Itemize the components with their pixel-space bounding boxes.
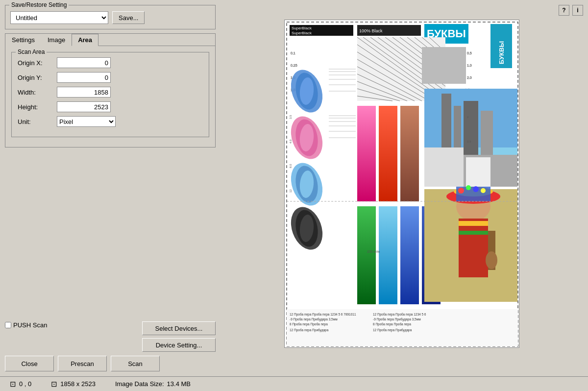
svg-rect-88 [466, 157, 490, 187]
height-row: Height: [18, 101, 203, 112]
svg-text:12 Проба пера Прибудара: 12 Проба пера Прибудара [290, 328, 329, 332]
svg-text:12: 12 [289, 189, 292, 193]
svg-text:4.0: 4.0 [289, 139, 292, 144]
svg-text:12 Проба пера Проба пера 1234 : 12 Проба пера Проба пера 1234 5 6 789101… [290, 313, 356, 317]
save-button[interactable]: Save... [112, 11, 145, 24]
left-panel: Save/Restore Setting Untitled Save... Se… [5, 5, 216, 371]
svg-rect-98 [459, 219, 488, 277]
origin-y-row: Origin Y: [18, 72, 203, 83]
device-setting-button[interactable]: Device Setting... [142, 338, 216, 352]
close-button[interactable]: Close [5, 356, 54, 371]
svg-text:3.5: 3.5 [467, 140, 471, 143]
svg-text:12 Проба пера Проба пера 1234 : 12 Проба пера Проба пера 1234 5 6 [373, 313, 426, 317]
coords-icon: ⊡ [10, 380, 16, 389]
svg-point-96 [473, 186, 479, 192]
svg-text:-9 Проба пера Прибудара 3,5мм: -9 Проба пера Прибудара 3,5мм [373, 318, 421, 321]
push-scan-checkbox-label[interactable]: PUSH Scan [5, 321, 47, 329]
tab-content-area: Scan Area Origin X: Origin Y: Width: [5, 46, 215, 147]
save-restore-group: Save/Restore Setting Untitled Save... [5, 5, 216, 29]
svg-text:0.25: 0.25 [291, 64, 297, 67]
origin-x-row: Origin X: [18, 57, 203, 68]
info-button[interactable]: i [572, 5, 583, 16]
scan-area-label: Scan Area [16, 49, 47, 55]
data-size-label: Image Data Size: [115, 380, 164, 388]
push-scan-checkbox[interactable] [5, 322, 11, 328]
svg-point-94 [458, 188, 464, 194]
tabs-container: Settings Image Area Scan Area Origin X: … [5, 33, 216, 147]
unit-row: Unit: Pixel mm inch [18, 116, 203, 127]
prescan-button[interactable]: Prescan [58, 356, 107, 371]
svg-text:0.5: 0.5 [467, 51, 472, 55]
svg-rect-99 [459, 221, 488, 226]
svg-text:12 Проба пера Прибудара: 12 Проба пера Прибудара [373, 328, 412, 332]
svg-point-102 [486, 251, 497, 269]
save-restore-label: Save/Restore Setting [9, 1, 69, 8]
svg-point-95 [466, 185, 471, 190]
svg-text:0.1: 0.1 [291, 51, 295, 55]
middle-controls: PUSH Scan Select Devices... Device Setti… [5, 321, 216, 352]
svg-rect-66 [400, 106, 419, 201]
svg-text:SuperBlack: SuperBlack [292, 26, 312, 30]
bottom-controls: PUSH Scan Select Devices... Device Setti… [5, 151, 216, 371]
scan-button[interactable]: Scan [111, 356, 160, 371]
preview-container: SuperBlack SuperBlack 100% Black БУКВЫ Б… [220, 20, 583, 371]
svg-rect-100 [459, 231, 488, 235]
width-input[interactable] [57, 87, 111, 98]
svg-text:SuperBlack: SuperBlack [292, 31, 312, 35]
help-button[interactable]: ? [559, 5, 569, 16]
unit-select[interactable]: Pixel mm inch [57, 116, 116, 127]
origin-x-label: Origin X: [18, 59, 57, 67]
preset-dropdown-wrapper[interactable]: Untitled [10, 11, 108, 24]
scan-area-group: Scan Area Origin X: Origin Y: Width: [11, 52, 209, 137]
dimensions-icon: ⊡ [51, 380, 57, 389]
dimensions-value: 1858 x 2523 [60, 380, 96, 388]
svg-rect-64 [357, 106, 376, 201]
data-size-value: 13.4 MB [167, 380, 191, 388]
tab-settings[interactable]: Settings [5, 34, 41, 46]
svg-text:8 Проба пера Проба пера: 8 Проба пера Проба пера [290, 322, 328, 326]
preview-image-area: SuperBlack SuperBlack 100% Black БУКВЫ Б… [284, 20, 519, 348]
svg-rect-87 [424, 147, 464, 187]
svg-text:БУКВЫ: БУКВЫ [498, 41, 505, 64]
svg-text:8.0: 8.0 [289, 164, 292, 168]
coordinates-item: ⊡ 0 , 0 [10, 380, 31, 389]
svg-text:100% Black: 100% Black [359, 28, 383, 33]
height-input[interactable] [57, 101, 111, 112]
help-info-row: ? i [559, 5, 583, 16]
height-label: Height: [18, 103, 57, 111]
tab-area[interactable]: Area [72, 34, 98, 46]
origin-x-input[interactable] [57, 57, 111, 68]
status-bar: ⊡ 0 , 0 ⊡ 1858 x 2523 Image Data Size: 1… [0, 376, 588, 391]
select-devices-button[interactable]: Select Devices... [142, 321, 216, 335]
svg-text:3.5: 3.5 [289, 115, 292, 119]
svg-text:-9 Проба пера Прибудара 3,5мм: -9 Проба пера Прибудара 3,5мм [290, 318, 338, 321]
svg-rect-69 [400, 206, 419, 304]
tab-image[interactable]: Image [41, 34, 72, 46]
data-size-item: Image Data Size: 13.4 MB [115, 380, 191, 388]
right-panel: ? i SuperBlack SuperBlack [220, 5, 583, 371]
dimensions-item: ⊡ 1858 x 2523 [51, 380, 96, 389]
svg-text:8 Проба пера Проба пера: 8 Проба пера Проба пера [373, 322, 411, 326]
device-buttons: Select Devices... Device Setting... [142, 321, 216, 352]
preset-dropdown[interactable]: Untitled [10, 11, 108, 24]
origin-y-label: Origin Y: [18, 74, 57, 81]
svg-point-97 [481, 188, 486, 193]
svg-rect-65 [379, 106, 397, 201]
svg-text:2.0: 2.0 [467, 76, 472, 79]
svg-rect-67 [357, 206, 376, 304]
unit-label: Unit: [18, 118, 57, 125]
width-label: Width: [18, 89, 57, 96]
svg-text:1.0: 1.0 [467, 64, 472, 67]
action-buttons-row: Close Prescan Scan [5, 356, 216, 371]
svg-rect-68 [379, 206, 397, 304]
svg-rect-31 [422, 47, 466, 84]
push-scan-label: PUSH Scan [13, 321, 47, 329]
width-row: Width: [18, 87, 203, 98]
svg-text:200 w/m: 200 w/m [367, 250, 380, 253]
origin-y-input[interactable] [57, 72, 111, 83]
tab-headers: Settings Image Area [5, 34, 215, 46]
coordinates-value: 0 , 0 [19, 380, 31, 388]
save-restore-row: Untitled Save... [10, 11, 210, 24]
